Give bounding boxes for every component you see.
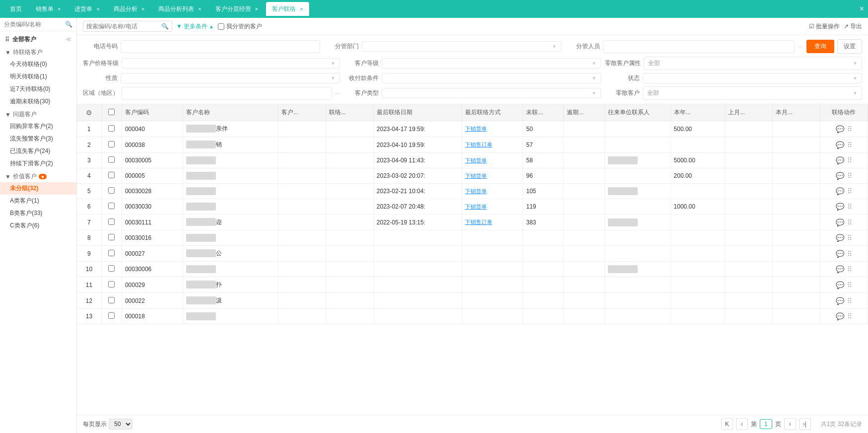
zero-customer-select[interactable]: 全部 ▼	[643, 86, 862, 100]
sidebar-item-class-a[interactable]: A类客户(1)	[0, 195, 76, 207]
sidebar-search-icon[interactable]: 🔍	[65, 21, 72, 28]
last-method-link[interactable]: 下销售订单	[465, 142, 492, 147]
chat-icon[interactable]: 💬	[836, 297, 844, 305]
tab-product-analysis-close[interactable]: ×	[141, 6, 144, 12]
last-page-btn[interactable]: ›|	[799, 418, 811, 430]
sidebar-item-overdue[interactable]: 逾期未联络(30)	[0, 95, 76, 108]
sidebar-search-input[interactable]	[4, 21, 63, 28]
last-method-link[interactable]: 下销货单	[465, 157, 487, 163]
grid-action-icon[interactable]: ⠿	[847, 203, 852, 211]
dept-select[interactable]: ▼	[362, 41, 561, 52]
price-level-select[interactable]: ▼	[122, 58, 340, 69]
first-page-btn[interactable]: K	[721, 418, 733, 430]
chat-icon[interactable]: 💬	[836, 218, 844, 226]
chat-icon[interactable]: 💬	[836, 172, 844, 180]
query-btn[interactable]: 查询	[806, 40, 834, 53]
last-method-link[interactable]: 下销货单	[465, 188, 487, 194]
sidebar-item-abnormal[interactable]: 回购异常客户(2)	[0, 120, 76, 133]
row-check[interactable]	[108, 265, 115, 272]
customer-level-select[interactable]: ▼	[382, 58, 601, 69]
chat-icon[interactable]: 💬	[836, 281, 844, 289]
sidebar-item-class-b[interactable]: B类客户(33)	[0, 207, 76, 219]
export-btn[interactable]: ↗ 导出	[844, 22, 862, 31]
tab-customer-contact[interactable]: 客户联络 ×	[266, 2, 309, 16]
row-check[interactable]	[108, 187, 115, 194]
more-conditions-btn[interactable]: ▼ 更多条件 ▲	[176, 22, 214, 31]
sidebar-item-churn-warning[interactable]: 流失预警客户(3)	[0, 133, 76, 145]
chat-icon[interactable]: 💬	[836, 203, 844, 211]
check-all[interactable]	[108, 109, 115, 115]
reset-btn[interactable]: 设置	[837, 39, 862, 54]
tab-sales[interactable]: 销售单 ×	[30, 2, 67, 16]
chat-icon[interactable]: 💬	[836, 125, 844, 133]
grid-action-icon[interactable]: ⠿	[847, 141, 852, 149]
sidebar-collapse-icon[interactable]: ≪	[66, 36, 71, 43]
payment-select[interactable]: ▼	[382, 73, 601, 83]
sidebar-item-declining[interactable]: 持续下滑客户(2)	[0, 157, 76, 170]
current-page[interactable]: 1	[760, 419, 772, 429]
region-input[interactable]	[122, 87, 332, 100]
search-icon[interactable]: 🔍	[161, 23, 169, 30]
tab-customer-contact-close[interactable]: ×	[300, 6, 303, 12]
row-check[interactable]	[108, 297, 115, 303]
grid-action-icon[interactable]: ⠿	[847, 156, 852, 164]
sidebar-all-customers[interactable]: ⠿ 全部客户 ≪	[0, 31, 76, 46]
next-page-btn[interactable]: ›	[784, 418, 796, 430]
row-check[interactable]	[108, 234, 115, 240]
group-problem[interactable]: ▼ 问题客户	[0, 108, 76, 120]
sidebar-item-tomorrow[interactable]: 明天待联络(1)	[0, 71, 76, 83]
grid-action-icon[interactable]: ⠿	[847, 234, 852, 242]
last-method-link[interactable]: 下销货单	[465, 204, 487, 210]
row-check[interactable]	[108, 156, 115, 163]
row-check[interactable]	[108, 281, 115, 288]
tab-product-analysis[interactable]: 商品分析 ×	[108, 2, 150, 16]
tab-purchase-close[interactable]: ×	[96, 6, 99, 12]
row-check[interactable]	[108, 312, 115, 319]
chat-icon[interactable]: 💬	[836, 234, 844, 242]
last-method-link[interactable]: 下销货单	[465, 126, 487, 132]
page-size-select[interactable]: 50	[109, 419, 133, 430]
row-check[interactable]	[108, 125, 115, 132]
sidebar-item-class-c[interactable]: C类客户(6)	[0, 219, 76, 232]
chat-icon[interactable]: 💬	[836, 141, 844, 149]
tab-home[interactable]: 首页	[4, 2, 28, 16]
prev-page-btn[interactable]: ‹	[736, 418, 748, 430]
nature-select[interactable]: ▼	[121, 73, 340, 83]
grid-action-icon[interactable]: ⠿	[847, 281, 852, 289]
tab-customer-management[interactable]: 客户分层经营 ×	[209, 2, 264, 16]
person-input[interactable]	[603, 40, 795, 53]
sidebar-item-lost[interactable]: 已流失客户(24)	[0, 145, 76, 157]
status-select[interactable]: ▼	[643, 73, 862, 83]
tab-product-analysis-list-close[interactable]: ×	[198, 6, 201, 12]
last-method-link[interactable]: 下销货单	[465, 173, 487, 179]
chat-icon[interactable]: 💬	[836, 250, 844, 258]
tab-sales-close[interactable]: ×	[58, 6, 61, 12]
grid-action-icon[interactable]: ⠿	[847, 297, 852, 305]
grid-action-icon[interactable]: ⠿	[847, 265, 852, 273]
tab-product-analysis-list[interactable]: 商品分析列表 ×	[152, 2, 207, 16]
grid-action-icon[interactable]: ⠿	[847, 250, 852, 258]
chat-icon[interactable]: 💬	[836, 156, 844, 164]
my-customers-filter[interactable]: 我分管的客户	[218, 22, 262, 31]
region-dots[interactable]: ···	[335, 90, 340, 97]
group-waiting[interactable]: ▼ 待联络客户	[0, 46, 76, 58]
grid-action-icon[interactable]: ⠿	[847, 125, 852, 133]
sidebar-item-7days[interactable]: 近7天待联络(0)	[0, 83, 76, 95]
gear-icon[interactable]: ⚙	[86, 109, 92, 117]
close-all-icon[interactable]: ×	[860, 4, 864, 13]
row-check[interactable]	[108, 218, 115, 225]
person-dots[interactable]: ···	[798, 43, 802, 50]
row-check[interactable]	[108, 141, 115, 147]
group-value[interactable]: ▼ 价值客户 ●	[0, 170, 76, 182]
last-method-link[interactable]: 下销售订单	[465, 219, 492, 225]
grid-action-icon[interactable]: ⠿	[847, 218, 852, 226]
row-check[interactable]	[108, 172, 115, 178]
row-check[interactable]	[108, 250, 115, 256]
grid-action-icon[interactable]: ⠿	[847, 187, 852, 195]
sidebar-item-ungrouped[interactable]: 未分组(32)	[0, 182, 76, 195]
row-check[interactable]	[108, 203, 115, 209]
my-customers-checkbox[interactable]	[218, 23, 224, 30]
phone-input[interactable]	[121, 40, 320, 53]
grid-action-icon[interactable]: ⠿	[847, 172, 852, 180]
grid-action-icon[interactable]: ⠿	[847, 312, 852, 320]
